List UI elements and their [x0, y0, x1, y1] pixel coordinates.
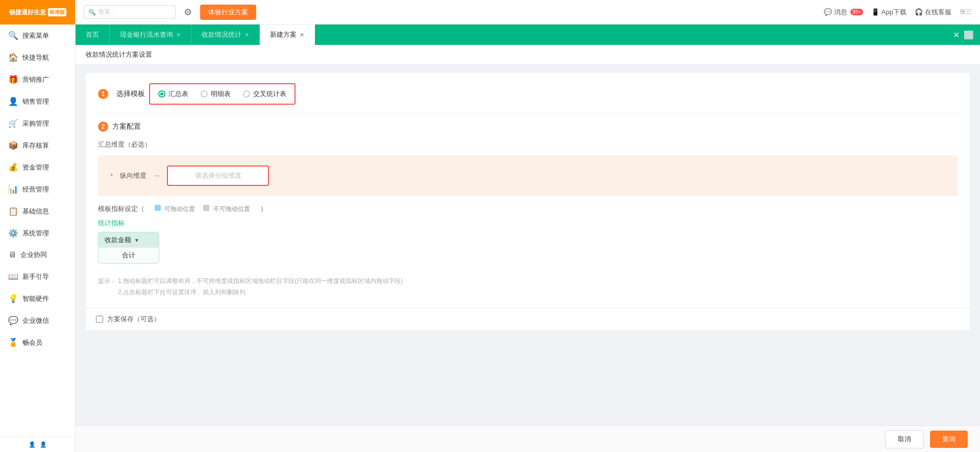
main-area: 🔍 搜索... ⚙ 体验行业方案 💬 消息 99+ 📱 App下载 🎧 在线客服…: [76, 0, 980, 452]
sidebar-item-label: 企业微信: [22, 316, 49, 325]
dim-required-label: 汇总维度（必选）: [98, 140, 958, 149]
tab-home[interactable]: 首页: [76, 25, 110, 45]
radio-cross[interactable]: 交叉统计表: [243, 89, 286, 99]
sidebar-item-member[interactable]: 🏅 畅会员: [0, 331, 75, 353]
metrics-col-total: 合计: [99, 248, 159, 263]
page-body: 1 选择模板 汇总表 明细表: [76, 65, 980, 425]
save-checkbox[interactable]: [96, 316, 103, 323]
radio-summary[interactable]: 汇总表: [158, 89, 188, 99]
finance-icon: 💰: [8, 162, 18, 172]
app-download-item[interactable]: 📱 App下载: [871, 8, 906, 17]
sidebar-item-search-menu[interactable]: 🔍 搜索菜单: [0, 25, 75, 46]
sidebar-item-label: 新手引导: [22, 272, 49, 281]
tab-collection-stat-close[interactable]: ✕: [244, 32, 249, 38]
sidebar-item-wechat[interactable]: 💬 企业微信: [0, 310, 75, 331]
sidebar-item-label: 畅会员: [22, 338, 42, 347]
tab-fullscreen-icon[interactable]: ⬜: [964, 30, 974, 40]
sidebar-item-label: 企业协同: [20, 250, 47, 259]
main-card: 1 选择模板 汇总表 明细表: [86, 73, 970, 308]
tab-new-plan[interactable]: 新建方案 ✕: [260, 25, 315, 45]
sidebar-bottom-user2[interactable]: 👤: [40, 441, 47, 448]
user2-icon: 👤: [40, 441, 47, 448]
dimension-area: * 纵向维度 → 请选择分组维度: [98, 155, 958, 196]
sidebar-item-system[interactable]: ⚙️ 系统管理: [0, 222, 75, 244]
logo-text: 畅捷通好生意: [9, 8, 46, 17]
template-radio-group: 汇总表 明细表 交叉统计表: [158, 89, 286, 99]
step1-badge: 1: [98, 89, 108, 99]
metrics-table: 收款金额 ▼ 合计: [98, 232, 159, 264]
topbar-right: 💬 消息 99+ 📱 App下载 🎧 在线客服 张三: [824, 8, 972, 17]
sidebar-item-label: 资金管理: [22, 163, 49, 172]
step2-label: 方案配置: [112, 122, 141, 131]
notification-icon: 💬: [824, 8, 832, 16]
sidebar-item-newbie[interactable]: 📖 新手引导: [0, 266, 75, 288]
sidebar: 畅捷通好生意 标准版 🔍 搜索菜单 🏠 快捷导航 🎁 营销推广 👤 销售管理 🛒…: [0, 0, 76, 452]
tab-collection-stat-label: 收款情况统计: [202, 30, 241, 39]
cancel-button[interactable]: 取消: [885, 430, 924, 448]
sidebar-item-base-info[interactable]: 📋 基础信息: [0, 200, 75, 222]
tab-new-plan-close[interactable]: ✕: [300, 32, 304, 38]
sales-icon: 👤: [8, 97, 18, 106]
quick-nav-icon: 🏠: [8, 53, 18, 62]
enterprise-icon: 🖥: [8, 250, 16, 259]
online-support-icon: 🎧: [915, 8, 923, 16]
marketing-icon: 🎁: [8, 75, 18, 84]
search-menu-icon: 🔍: [8, 31, 18, 40]
sidebar-logo: 畅捷通好生意 标准版: [0, 0, 75, 25]
tip-area: 提示： 1.拖动标题栏可以调整布局，不可跨维度或指标区域拖动栏目字段(只能在同一…: [98, 276, 958, 298]
sidebar-item-enterprise[interactable]: 🖥 企业协同: [0, 244, 75, 266]
radio-detail[interactable]: 明细表: [201, 89, 231, 99]
query-button[interactable]: 查询: [930, 431, 968, 448]
sidebar-item-purchase[interactable]: 🛒 采购管理: [0, 112, 75, 134]
tab-collection-stat[interactable]: 收款情况统计 ✕: [191, 25, 260, 45]
online-support-label: 在线客服: [925, 8, 951, 17]
sidebar-item-label: 经营管理: [22, 185, 49, 194]
tab-bank-flow-close[interactable]: ✕: [176, 32, 181, 38]
sidebar-item-finance[interactable]: 💰 资金管理: [0, 156, 75, 178]
sidebar-item-label: 营销推广: [22, 75, 49, 84]
inventory-icon: 📦: [8, 140, 18, 150]
draggable-label: 可拖动位置: [164, 205, 195, 212]
template-select-box: 汇总表 明细表 交叉统计表: [149, 83, 296, 105]
settings-icon[interactable]: ⚙: [184, 7, 192, 18]
content-area: 1 选择模板 汇总表 明细表: [76, 65, 980, 452]
online-support-item[interactable]: 🎧 在线客服: [915, 8, 951, 17]
tab-bank-flow[interactable]: 现金银行流水查询 ✕: [110, 25, 191, 45]
tab-bank-flow-label: 现金银行流水查询: [120, 30, 173, 39]
dim-select-dropdown[interactable]: 请选择分组维度: [167, 165, 269, 186]
sidebar-item-sales[interactable]: 👤 销售管理: [0, 90, 75, 112]
tabbar: 首页 现金银行流水查询 ✕ 收款情况统计 ✕ 新建方案 ✕ ✕ ⬜: [76, 25, 980, 45]
purchase-icon: 🛒: [8, 118, 18, 128]
notification-badge: 99+: [850, 9, 863, 15]
sidebar-bottom: 👤 👤: [0, 437, 75, 452]
tabbar-actions: ✕ ⬜: [953, 30, 980, 40]
sidebar-version: 标准版: [48, 8, 66, 16]
tab-home-label: 首页: [86, 30, 99, 39]
metrics-paren-close: ）: [260, 204, 267, 213]
smart-hw-icon: 💡: [8, 294, 18, 303]
app-download-label: App下载: [881, 8, 906, 17]
radio-detail-label: 明细表: [211, 89, 231, 99]
sidebar-bottom-user1[interactable]: 👤: [29, 441, 36, 448]
topbar: 🔍 搜索... ⚙ 体验行业方案 💬 消息 99+ 📱 App下载 🎧 在线客服…: [76, 0, 980, 25]
sidebar-item-marketing[interactable]: 🎁 营销推广: [0, 68, 75, 90]
page-title: 收款情况统计方案设置: [86, 51, 152, 58]
search-box[interactable]: 🔍 搜索...: [84, 5, 176, 19]
metrics-section: 模板指标设定（ 可拖动位置 不可拖动位置: [98, 204, 958, 264]
sidebar-item-inventory[interactable]: 📦 库存核算: [0, 134, 75, 156]
trial-btn[interactable]: 体验行业方案: [200, 5, 256, 20]
operations-icon: 📊: [8, 184, 18, 194]
system-icon: ⚙️: [8, 228, 18, 238]
notification-item[interactable]: 💬 消息 99+: [824, 8, 863, 17]
sidebar-item-label: 快捷导航: [22, 53, 49, 62]
sidebar-item-operations[interactable]: 📊 经营管理: [0, 178, 75, 200]
step2-badge: 2: [98, 122, 108, 132]
search-icon: 🔍: [88, 9, 96, 16]
step1-header: 1 选择模板 汇总表 明细表: [98, 83, 958, 105]
sidebar-item-label: 销售管理: [22, 97, 49, 106]
sidebar-item-quick-nav[interactable]: 🏠 快捷导航: [0, 46, 75, 68]
metrics-col-header-row[interactable]: 收款金额 ▼: [99, 232, 159, 248]
sidebar-item-smart-hw[interactable]: 💡 智能硬件: [0, 288, 75, 310]
tab-close-all-icon[interactable]: ✕: [953, 30, 960, 40]
sidebar-item-label: 智能硬件: [22, 294, 49, 303]
